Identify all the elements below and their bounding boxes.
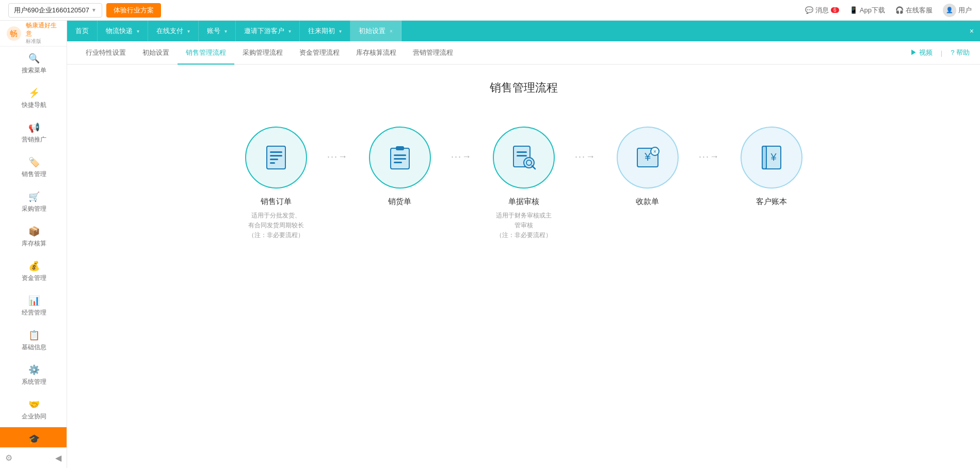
flow-step-ledger[interactable]: ¥ 客户账本 [725,127,818,211]
nav-icon-purchase: 🛒 [28,191,40,202]
flow-step-receipt[interactable]: ¥ × 收款单 [601,127,694,211]
nav-tab-arrow-init[interactable]: × [390,28,393,34]
flow-step-sales_order[interactable]: 销售订单 适用于分批发货、有合同发货周期较长（注：非必要流程） [230,127,323,241]
play-icon: ▶ [910,49,917,56]
help-label: 帮助 [956,49,970,56]
collapse-icon[interactable]: ◀ [55,453,61,463]
step-name-audit: 单据审核 [508,197,539,207]
sub-tab-sales_flow[interactable]: 销售管理流程 [178,42,234,65]
sidebar-bottom: ⚙ ◀ [0,447,67,468]
flow-title: 销售管理流程 [490,80,558,96]
sidebar-item-enterprise[interactable]: 🤝 企业协同 [0,393,67,427]
nav-label-enterprise: 企业协同 [22,412,46,421]
nav-tab-account[interactable]: 账号▾ [199,21,236,41]
nav-tab-label-account: 账号 [207,26,220,36]
username-label: 用户 [958,6,972,15]
step-name-ledger: 客户账本 [756,197,787,207]
sidebar-item-finance[interactable]: 💰 资金管理 [0,254,67,289]
user-selector[interactable]: 用户690企业1660120507 ▼ [8,3,102,18]
message-icon: 💬 [805,6,813,14]
logo-title: 畅康通好生意 [26,22,60,38]
nav-icon-system: ⚙️ [28,364,40,376]
step-circle-audit [493,127,555,189]
flow-arrow-1: ···→ [323,151,354,162]
nav-tab-arrow-payment[interactable]: ▾ [187,28,190,34]
nav-tab-init[interactable]: 初始设置× [350,21,401,41]
svg-rect-23 [762,146,766,169]
step-name-delivery: 销货单 [388,197,411,207]
step-circle-sales_order [245,127,307,189]
user-avatar-action[interactable]: 👤 用户 [943,4,972,17]
sidebar-item-operations[interactable]: 📊 经营管理 [0,289,67,323]
nav-tab-arrow-period[interactable]: ▾ [339,28,342,34]
sidebar-item-inventory[interactable]: 📦 库存核算 [0,220,67,254]
sub-tab-finance_flow[interactable]: 资金管理流程 [291,42,348,65]
step-name-sales_order: 销售订单 [261,197,292,207]
svg-rect-3 [270,151,282,153]
flow-step-delivery[interactable]: 销货单 [354,127,446,211]
app-icon: 📱 [849,6,858,14]
nav-menu: 🔍 搜索菜单 ⚡ 快捷导航 📢 营销推广 🏷️ 销售管理 🛒 采购管理 📦 库存… [0,46,67,447]
nav-tab-arrow-invite[interactable]: ▾ [288,28,291,34]
sidebar-item-guide[interactable]: 🎓 新手引导 [0,427,67,447]
svg-text:¥: ¥ [644,150,651,163]
nav-tab-home[interactable]: 首页 [67,21,98,41]
flow-step-audit[interactable]: 单据审核 适用于财务审核或主管审核（注：非必要流程） [477,127,570,241]
nav-label-inventory: 库存核算 [22,239,46,248]
sidebar-item-sales[interactable]: 🏷️ 销售管理 [0,150,67,185]
svg-rect-5 [270,159,278,160]
sidebar-item-basic[interactable]: 📋 基础信息 [0,323,67,358]
svg-rect-14 [517,155,527,157]
nav-icon-sales: 🏷️ [28,157,40,168]
nav-label-search: 搜索菜单 [22,66,46,75]
sidebar-item-system[interactable]: ⚙️ 系统管理 [0,358,67,393]
sidebar-item-search[interactable]: 🔍 搜索菜单 [0,46,67,81]
app-download-action[interactable]: 📱 App下载 [849,6,885,15]
layout: 畅 畅康通好生意 标准版 🔍 搜索菜单 ⚡ 快捷导航 📢 营销推广 🏷️ 销售管… [0,21,980,468]
svg-rect-9 [394,154,406,156]
sidebar-item-shortcut[interactable]: ⚡ 快捷导航 [0,81,67,116]
svg-text:×: × [653,149,656,154]
flow-content: 销售管理流程 销售订单 适用于分批发货、有合同发货周期较长（注：非必要流程） ·… [67,65,980,468]
nav-tab-logistics[interactable]: 物流快递▾ [98,21,148,41]
top-bar-left: 用户690企业1660120507 ▼ 体验行业方案 [8,3,161,18]
sidebar-item-marketing[interactable]: 📢 营销推广 [0,116,67,150]
svg-line-17 [532,166,535,169]
sidebar: 畅 畅康通好生意 标准版 🔍 搜索菜单 ⚡ 快捷导航 📢 营销推广 🏷️ 销售管… [0,21,67,468]
nav-icon-inventory: 📦 [28,226,40,237]
svg-rect-6 [270,162,275,164]
step-circle-ledger: ¥ [741,127,802,189]
nav-tab-payment[interactable]: 在线支付▾ [148,21,199,41]
sub-tab-purchase_flow[interactable]: 采购管理流程 [234,42,291,65]
step-desc-sales_order: 适用于分批发货、有合同发货周期较长（注：非必要流程） [248,211,304,241]
video-label: 视频 [919,49,933,56]
nav-tab-period[interactable]: 往来期初▾ [300,21,350,41]
sub-tab-inventory_flow[interactable]: 库存核算流程 [348,42,405,65]
nav-label-purchase: 采购管理 [22,205,46,213]
service-label: 在线客服 [906,6,933,15]
sub-tab-marketing_flow[interactable]: 营销管理流程 [405,42,461,65]
trial-button[interactable]: 体验行业方案 [106,3,161,18]
sub-tabs-bar: 行业特性设置初始设置销售管理流程采购管理流程资金管理流程库存核算流程营销管理流程… [67,41,980,65]
video-action[interactable]: ▶ 视频 [910,48,933,57]
service-action[interactable]: 🎧 在线客服 [895,6,933,15]
sub-tab-init_set[interactable]: 初始设置 [134,42,178,65]
nav-tab-arrow-logistics[interactable]: ▾ [137,28,139,34]
nav-tab-arrow-account[interactable]: ▾ [224,28,227,34]
sub-tab-industry[interactable]: 行业特性设置 [77,42,134,65]
message-action[interactable]: 💬 消息 6 [805,6,839,15]
logo-icon: 畅 [6,25,22,42]
sidebar-item-purchase[interactable]: 🛒 采购管理 [0,185,67,220]
flow-arrow-2: ···→ [446,151,477,162]
nav-tab-label-home: 首页 [75,26,89,36]
nav-tabs-close-button[interactable]: × [963,21,980,41]
nav-tab-invite[interactable]: 邀请下游客户▾ [236,21,300,41]
nav-label-marketing: 营销推广 [22,135,46,144]
help-action[interactable]: ? 帮助 [951,48,970,57]
message-badge: 6 [831,7,839,13]
nav-icon-search: 🔍 [28,53,40,64]
page-area: 行业特性设置初始设置销售管理流程采购管理流程资金管理流程库存核算流程营销管理流程… [67,41,980,468]
settings-icon[interactable]: ⚙ [5,453,12,463]
nav-tab-label-period: 往来期初 [308,26,335,36]
nav-icon-marketing: 📢 [28,122,40,133]
